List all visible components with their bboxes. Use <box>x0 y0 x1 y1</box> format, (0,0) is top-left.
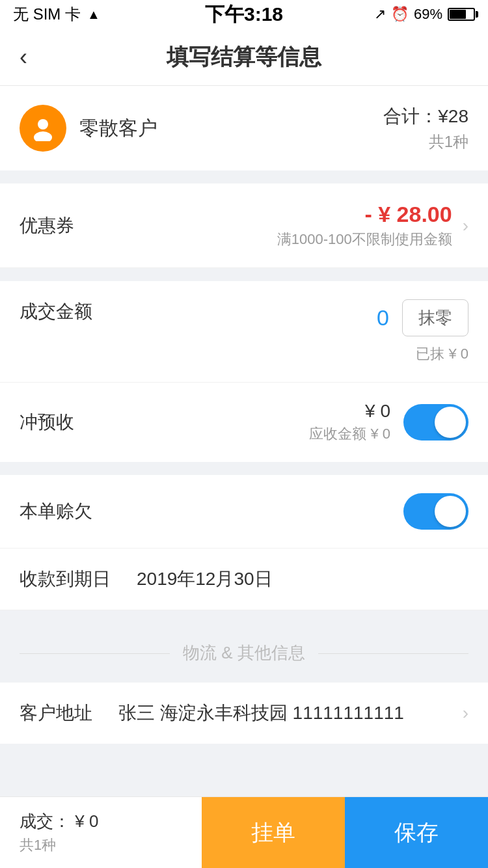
address-row[interactable]: 客户地址 张三 海淀永丰科技园 11111111111 › <box>0 683 488 744</box>
divider-3 <box>0 610 488 623</box>
divider-2 <box>0 462 488 475</box>
pre-receive-toggle[interactable] <box>403 404 468 441</box>
customer-left: 零散客户 <box>20 105 157 152</box>
coupon-sub: 满1000-100不限制使用金额 <box>277 230 452 249</box>
round-zero-button[interactable]: 抹零 <box>402 299 468 336</box>
toggle-knob <box>435 407 466 438</box>
customer-total: 合计：¥28 <box>383 104 468 129</box>
nav-bar: ‹ 填写结算等信息 <box>0 29 488 86</box>
pre-receive-sub: 应收金额 ¥ 0 <box>309 424 390 444</box>
coupon-row[interactable]: 优惠券 - ¥ 28.00 满1000-100不限制使用金额 › <box>0 183 488 268</box>
bottom-count: 共1种 <box>20 835 182 855</box>
credit-label: 本单赊欠 <box>20 499 92 524</box>
status-time: 下午3:18 <box>205 1 283 28</box>
credit-row: 本单赊欠 <box>0 475 488 549</box>
pre-receive-label: 冲预收 <box>20 410 74 435</box>
battery-icon <box>448 8 475 21</box>
deal-amount-row: 成交金额 0 抹零 已抹 ¥ 0 <box>0 281 488 383</box>
bottom-deal-amount: ¥ 0 <box>75 811 98 831</box>
customer-row: 零散客户 合计：¥28 共1种 <box>0 86 488 170</box>
alarm-icon: ⏰ <box>391 6 409 23</box>
status-left: 无 SIM 卡 ▲ <box>13 4 100 25</box>
bottom-deal-row: 成交： ¥ 0 <box>20 810 182 833</box>
address-chevron-icon: › <box>463 703 468 724</box>
carrier-text: 无 SIM 卡 <box>13 4 81 25</box>
status-bar: 无 SIM 卡 ▲ 下午3:18 ↗ ⏰ 69% <box>0 0 488 29</box>
customer-count: 共1种 <box>383 131 468 152</box>
save-button[interactable]: 保存 <box>345 797 488 869</box>
credit-toggle[interactable] <box>403 493 468 530</box>
due-date-label: 收款到期日 <box>20 567 111 591</box>
coupon-right: - ¥ 28.00 满1000-100不限制使用金额 › <box>277 202 468 249</box>
chevron-right-icon: › <box>463 215 468 236</box>
pre-receive-value: ¥ 0 <box>309 401 390 422</box>
content: 零散客户 合计：¥28 共1种 优惠券 - ¥ 28.00 满1000-100不… <box>0 86 488 868</box>
coupon-value: - ¥ 28.00 <box>277 202 452 227</box>
bottom-deal-label: 成交： <box>20 811 70 831</box>
customer-summary: 合计：¥28 共1种 <box>383 104 468 152</box>
bottom-bar: 成交： ¥ 0 共1种 挂单 保存 <box>0 796 488 868</box>
divider-1 <box>0 268 488 281</box>
status-right: ↗ ⏰ 69% <box>374 6 475 23</box>
logistics-section: 物流 & 其他信息 <box>0 623 488 683</box>
avatar <box>20 105 66 152</box>
deal-amount-sub: 已抹 ¥ 0 <box>416 344 468 364</box>
svg-point-1 <box>34 131 52 141</box>
page-title: 填写结算等信息 <box>167 42 321 72</box>
logistics-label-wrap: 物流 & 其他信息 <box>170 642 318 664</box>
pre-receive-row: 冲预收 ¥ 0 应收金额 ¥ 0 <box>0 383 488 462</box>
svg-point-0 <box>38 119 48 129</box>
address-label: 客户地址 <box>20 701 92 726</box>
deal-amount-value: 0 <box>377 305 389 331</box>
due-date-value: 2019年12月30日 <box>137 567 273 591</box>
due-date-row: 收款到期日 2019年12月30日 <box>0 549 488 610</box>
credit-toggle-knob <box>435 496 466 527</box>
address-value: 张三 海淀永丰科技园 11111111111 <box>118 701 463 726</box>
customer-name: 零散客户 <box>79 115 157 142</box>
back-button[interactable]: ‹ <box>20 44 27 71</box>
battery-percent: 69% <box>414 6 442 23</box>
logistics-label: 物流 & 其他信息 <box>183 643 305 662</box>
bottom-info: 成交： ¥ 0 共1种 <box>0 810 202 855</box>
deal-amount-label: 成交金额 <box>20 299 92 324</box>
location-icon: ↗ <box>374 6 386 23</box>
pending-button[interactable]: 挂单 <box>202 797 345 869</box>
wifi-icon: ▲ <box>87 7 100 22</box>
coupon-label: 优惠券 <box>20 213 74 238</box>
